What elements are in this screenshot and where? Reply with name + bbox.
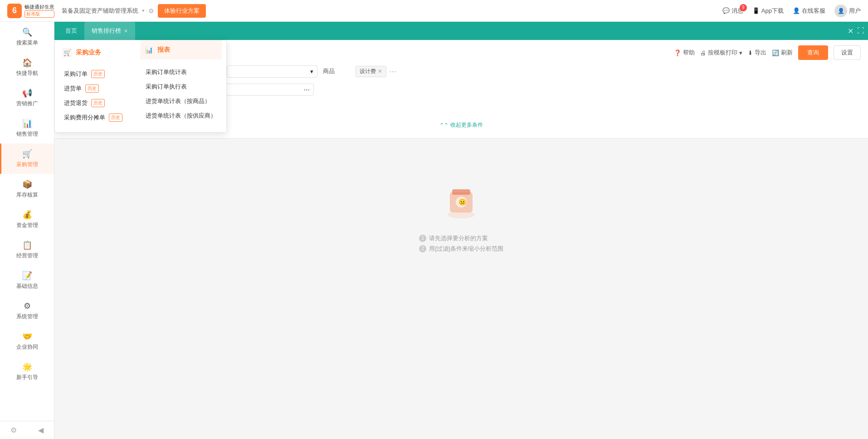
app-download-label: App下载: [761, 7, 784, 15]
salesperson-select[interactable]: ⋯: [223, 84, 314, 96]
help-btn[interactable]: ❓ 帮助: [674, 49, 695, 57]
sidebar-item-system[interactable]: ⚙ 系统管理: [0, 296, 54, 326]
collapse-up-icon: ⌃⌃: [439, 122, 449, 128]
message-icon: 💬: [722, 7, 730, 14]
tip-text-1: 请先选择要分析的方案: [429, 233, 488, 243]
operations-icon: 📋: [22, 240, 32, 250]
settings-btn[interactable]: 设置: [834, 45, 861, 60]
message-badge: 9: [740, 4, 747, 11]
doc-status-arrow: ▾: [310, 68, 313, 75]
user-label: 用户: [849, 7, 861, 15]
sidebar-label-sales: 销售管理: [16, 130, 38, 138]
sidebar: 🔍 搜索菜单 🏠 快捷导航 📢 营销推广 📊 销售管理 🛒 采购管理 📦 库存核…: [0, 22, 54, 439]
inventory-icon: 📦: [22, 179, 32, 189]
tab-home-label: 首页: [65, 27, 77, 35]
tab-maximize-icon[interactable]: ⛶: [857, 27, 864, 35]
industry-btn[interactable]: 体验行业方案: [158, 4, 206, 18]
user-avatar: 👤: [834, 5, 847, 17]
export-btn[interactable]: ⬇ 导出: [748, 49, 766, 57]
goods-label: 商品: [323, 67, 350, 75]
menu-item-goods-return[interactable]: 进货退货 历史: [62, 96, 126, 110]
purchase-order-label: 采购订单: [64, 70, 88, 78]
report-section-title: 📊 报表: [140, 40, 222, 59]
purchase-order-exec-label: 采购订单执行表: [146, 83, 187, 91]
sidebar-label-guide: 新手引导: [16, 374, 38, 381]
sidebar-bottom: ⚙ ◀: [0, 421, 54, 439]
brand-name: 畅捷通好生意: [24, 4, 54, 10]
nav-dropdown-arrow[interactable]: ▾: [142, 8, 145, 14]
sidebar-item-inventory[interactable]: 📦 库存核算: [0, 174, 54, 204]
online-service-btn[interactable]: 👤 在线客服: [793, 7, 825, 15]
purchase-order-stat-label: 采购订单统计表: [146, 68, 187, 76]
menu-item-goods-stat-by-supplier[interactable]: 进货单统计表（按供应商）: [144, 109, 218, 123]
top-header: 6 畅捷通好生意 标准版 装备及固定资产辅助管理系统 ▾ ⚙ 体验行业方案 💬 …: [0, 0, 868, 22]
message-btn[interactable]: 💬 消息 9: [722, 7, 743, 15]
sidebar-item-quick-nav[interactable]: 🏠 快捷导航: [0, 52, 54, 83]
print-btn[interactable]: 🖨 按模板打印 ▾: [700, 49, 742, 57]
salesperson-dots[interactable]: ⋯: [304, 86, 310, 93]
goods-more-dots[interactable]: ⋯: [389, 67, 396, 76]
menu-item-purchase-order[interactable]: 采购订单 历史: [62, 67, 126, 81]
settings-bottom-icon[interactable]: ⚙: [10, 426, 17, 434]
goods-tag[interactable]: 设计费 ✕: [356, 66, 386, 77]
sidebar-item-operations[interactable]: 📋 经营管理: [0, 235, 54, 265]
menu-item-purchase-order-exec[interactable]: 采购订单执行表: [144, 79, 218, 94]
query-btn[interactable]: 查询: [798, 45, 828, 60]
brand-info: 畅捷通好生意 标准版: [24, 4, 54, 17]
dropdown-overlay: 🛒 采购业务 采购订单 历史 进货单 历史 进货退货 历史: [54, 40, 227, 133]
sidebar-item-sales[interactable]: 📊 销售管理: [0, 113, 54, 143]
tab-close-icon[interactable]: ✕: [124, 28, 128, 34]
cost-allocation-label: 采购费用分摊单: [64, 113, 105, 122]
purchase-section-label: 采购业务: [76, 49, 101, 57]
content-area: 首页 销售排行榜 ✕ ✕ ⛶ ❓ 帮助: [54, 22, 868, 439]
doc-status-select[interactable]: ▾: [227, 65, 317, 78]
help-label: 帮助: [683, 49, 695, 57]
sidebar-item-enterprise[interactable]: 🤝 企业协同: [0, 326, 54, 356]
refresh-label: 刷新: [781, 49, 793, 57]
app-download-btn[interactable]: 📱 App下载: [752, 7, 784, 15]
menu-item-purchase-order-stat[interactable]: 采购订单统计表: [144, 65, 218, 79]
help-icon: ❓: [674, 49, 681, 56]
print-dropdown-icon[interactable]: ▾: [739, 49, 742, 56]
empty-tip-2: 2 用[过滤]条件来缩小分析范围: [419, 243, 503, 254]
sidebar-item-marketing[interactable]: 📢 营销推广: [0, 83, 54, 113]
home-icon: 🏠: [22, 58, 32, 68]
menu-item-cost-allocation[interactable]: 采购费用分摊单 历史: [62, 110, 126, 125]
sales-icon: 📊: [22, 118, 32, 128]
nav-gear-icon[interactable]: ⚙: [148, 7, 154, 15]
basic-info-icon: 📝: [22, 271, 32, 281]
collapse-sidebar-icon[interactable]: ◀: [38, 426, 44, 434]
sidebar-item-guide[interactable]: 🌟 新手引导: [0, 356, 54, 387]
sidebar-label-quick-nav: 快捷导航: [16, 69, 38, 77]
tab-bar-right: ✕ ⛶: [848, 27, 864, 35]
logo-area: 6 畅捷通好生意 标准版: [7, 4, 62, 18]
sidebar-label-inventory: 库存核算: [16, 191, 38, 199]
tab-close-all-icon[interactable]: ✕: [848, 27, 853, 35]
report-section-label: 报表: [157, 46, 170, 54]
hist-badge-2: 历史: [91, 99, 105, 107]
menu-item-goods-receipt[interactable]: 进货单 历史: [62, 81, 126, 96]
print-icon: 🖨: [700, 49, 706, 56]
purchase-section-title: 🛒 采购业务: [62, 48, 126, 61]
nav-title-text: 装备及固定资产辅助管理系统: [62, 7, 138, 15]
refresh-btn[interactable]: 🔄 刷新: [772, 49, 793, 57]
guide-icon: 🌟: [22, 362, 32, 372]
export-icon: ⬇: [748, 49, 753, 56]
sidebar-label-operations: 经营管理: [16, 252, 38, 260]
finance-icon: 💰: [22, 210, 32, 220]
sidebar-item-purchase[interactable]: 🛒 采购管理: [0, 143, 54, 174]
sidebar-item-basic-info[interactable]: 📝 基础信息: [0, 265, 54, 296]
user-area[interactable]: 👤 用户: [834, 5, 861, 17]
goods-stat-supplier-label: 进货单统计表（按供应商）: [146, 112, 216, 120]
sidebar-item-finance[interactable]: 💰 资金管理: [0, 204, 54, 235]
tab-sales-ranking[interactable]: 销售排行榜 ✕: [84, 22, 135, 40]
sidebar-label-finance: 资金管理: [16, 222, 38, 229]
sidebar-item-search[interactable]: 🔍 搜索菜单: [0, 22, 54, 52]
purchase-section: 🛒 采购业务 采购订单 历史 进货单 历史 进货退货 历史: [62, 48, 126, 125]
hist-badge-1: 历史: [85, 84, 99, 93]
menu-item-goods-stat-by-product[interactable]: 进货单统计表（按商品）: [144, 94, 218, 109]
svg-text:😐: 😐: [458, 198, 467, 206]
goods-tag-close[interactable]: ✕: [378, 68, 382, 74]
tab-home[interactable]: 首页: [58, 22, 84, 40]
sidebar-label-purchase: 采购管理: [16, 161, 38, 168]
